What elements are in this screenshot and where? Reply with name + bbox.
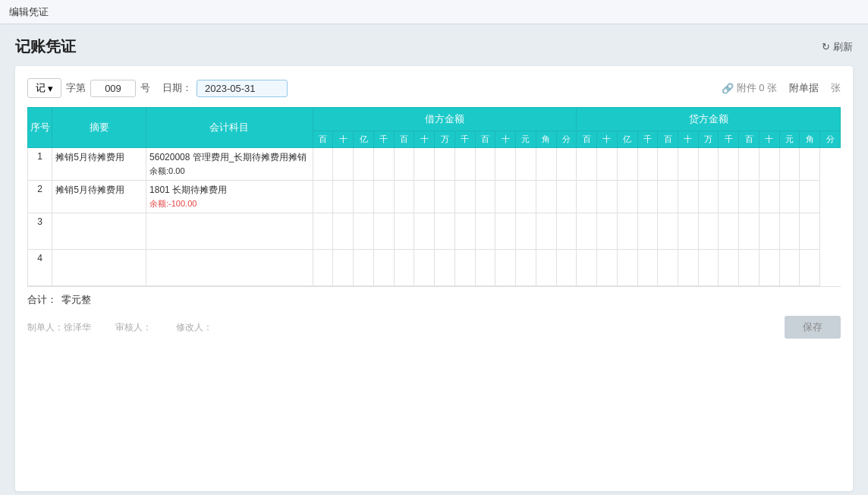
- th-account: 会计科目: [146, 108, 313, 148]
- hao-label: 号: [140, 81, 150, 95]
- table-row: 3: [28, 213, 841, 250]
- voucher-type-group: 记 ▾ 字第 号: [27, 78, 150, 98]
- th-c1: 百: [577, 131, 597, 148]
- th-seq: 序号: [28, 108, 52, 148]
- th-summary: 摘要: [52, 108, 146, 148]
- row4-seq: 4: [28, 250, 52, 286]
- refresh-button[interactable]: ↻ 刷新: [822, 40, 853, 54]
- voucher-type-value: 记: [36, 81, 46, 95]
- th-d13: 分: [556, 131, 577, 148]
- footer-info: 制单人：徐泽华 审核人： 修改人：: [27, 321, 212, 334]
- th-d1: 百: [313, 131, 333, 148]
- th-c12: 角: [800, 131, 820, 148]
- th-c2: 十: [597, 131, 618, 148]
- dropdown-icon: ▾: [48, 83, 53, 94]
- row2-seq: 2: [28, 181, 52, 213]
- th-d7: 万: [435, 131, 455, 148]
- row3-seq: 3: [28, 213, 52, 250]
- table-row: 1 摊销5月待摊费用 56020008 管理费用_长期待摊费用摊销 余额:0.0…: [28, 148, 841, 181]
- th-d9: 百: [475, 131, 495, 148]
- row2-account[interactable]: 1801 长期待摊费用 余额:-100.00: [146, 181, 313, 213]
- th-d5: 百: [394, 131, 414, 148]
- refresh-icon: ↻: [822, 41, 830, 52]
- row1-account[interactable]: 56020008 管理费用_长期待摊费用摊销 余额:0.00: [146, 148, 313, 181]
- attach-count-link[interactable]: 🔗 附件 0 张: [722, 81, 777, 95]
- page-title: 记账凭证: [15, 36, 76, 57]
- voucher-number-input[interactable]: [90, 80, 136, 97]
- date-input[interactable]: [197, 80, 288, 97]
- row4-summary[interactable]: [52, 250, 146, 286]
- total-label: 合计：: [27, 293, 57, 307]
- row4-account[interactable]: [146, 250, 313, 286]
- row3-summary[interactable]: [52, 213, 146, 250]
- th-c10: 十: [759, 131, 779, 148]
- th-d4: 千: [373, 131, 394, 148]
- title-bar-text: 编辑凭证: [9, 5, 49, 19]
- footer-row: 制单人：徐泽华 审核人： 修改人： 保存: [27, 316, 841, 339]
- th-c4: 千: [637, 131, 658, 148]
- paperclip-icon: 🔗: [722, 83, 734, 94]
- th-c11: 元: [779, 131, 800, 148]
- zi-label: 字第: [66, 81, 86, 95]
- voucher-card: 记 ▾ 字第 号 日期： 🔗 附件 0 张 附单据 张: [15, 66, 853, 491]
- attach-receipt-button[interactable]: 附单据: [789, 81, 819, 95]
- voucher-table-wrapper: 序号 摘要 会计科目 借方金额 贷方金额 百 十 亿 千 百 十 万: [27, 107, 841, 286]
- date-group: 日期：: [162, 80, 288, 97]
- table-row: 4: [28, 250, 841, 286]
- table-row: 2 摊销5月待摊费用 1801 长期待摊费用 余额:-100.00: [28, 181, 841, 213]
- page-header: 记账凭证 ↻ 刷新: [15, 36, 853, 57]
- row1-seq: 1: [28, 148, 52, 181]
- row3-account[interactable]: [146, 213, 313, 250]
- voucher-table: 序号 摘要 会计科目 借方金额 贷方金额 百 十 亿 千 百 十 万: [27, 107, 841, 286]
- main-content: 记账凭证 ↻ 刷新 记 ▾ 字第 号 日期： 🔗: [0, 24, 868, 495]
- total-value: 零元整: [61, 293, 91, 307]
- th-c7: 万: [698, 131, 719, 148]
- row1-summary[interactable]: 摊销5月待摊费用: [52, 148, 146, 181]
- auditor-text: 审核人：: [115, 321, 152, 334]
- th-credit: 贷方金额: [577, 108, 841, 131]
- th-c8: 千: [719, 131, 739, 148]
- date-label: 日期：: [162, 81, 192, 95]
- th-c6: 十: [678, 131, 698, 148]
- th-d8: 千: [454, 131, 475, 148]
- th-d3: 亿: [354, 131, 374, 148]
- th-d10: 十: [495, 131, 516, 148]
- th-d6: 十: [414, 131, 435, 148]
- total-row: 合计： 零元整: [27, 286, 841, 310]
- th-c13: 分: [820, 131, 841, 148]
- th-d11: 元: [516, 131, 536, 148]
- th-c9: 百: [739, 131, 760, 148]
- th-c5: 百: [658, 131, 678, 148]
- th-d2: 十: [333, 131, 354, 148]
- row2-summary[interactable]: 摊销5月待摊费用: [52, 181, 146, 213]
- voucher-type-button[interactable]: 记 ▾: [27, 78, 61, 98]
- table-header-row-1: 序号 摘要 会计科目 借方金额 贷方金额: [28, 108, 841, 131]
- title-bar: 编辑凭证: [0, 0, 868, 24]
- form-row: 记 ▾ 字第 号 日期： 🔗 附件 0 张 附单据 张: [27, 78, 841, 98]
- creator-text: 制单人：徐泽华: [27, 321, 91, 334]
- th-d12: 角: [536, 131, 556, 148]
- attach-count-text: 附件 0 张: [737, 81, 777, 95]
- th-c3: 亿: [617, 131, 637, 148]
- save-button[interactable]: 保存: [785, 316, 841, 339]
- th-debit: 借方金额: [313, 108, 577, 131]
- attachments-area: 🔗 附件 0 张 附单据 张: [722, 81, 841, 95]
- modifier-text: 修改人：: [176, 321, 212, 334]
- attach-num-text: 张: [831, 81, 841, 95]
